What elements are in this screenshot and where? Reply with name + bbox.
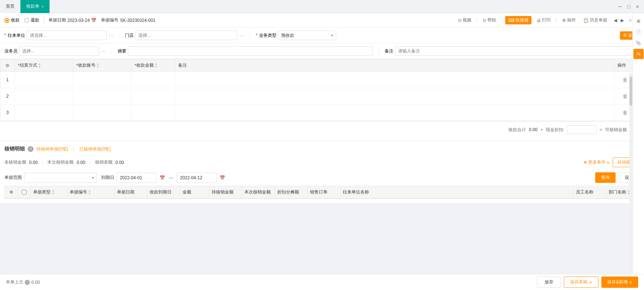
remark-input[interactable] [395, 46, 640, 56]
discount-input[interactable] [568, 125, 597, 134]
range-select[interactable] [24, 173, 97, 183]
verify-verified-tab[interactable]: 已核销单据(0笔) [79, 146, 111, 152]
row-3-delete-icon[interactable]: 🗑 [623, 110, 628, 115]
calc-discount-label: 现金折扣: [546, 127, 564, 133]
tab-close-icon[interactable]: × [42, 4, 44, 9]
row-1-num: 1 [0, 72, 15, 88]
vth-company: 往来单位名称 [341, 186, 574, 198]
company-more-icon[interactable]: ··· [109, 32, 113, 38]
row-3-amount[interactable] [131, 105, 175, 121]
sidebar-doc-icon[interactable]: 📄 [633, 27, 644, 37]
row-2-remark-input[interactable] [177, 91, 613, 101]
date-field: 单据日期 2023-03-24 📅 [48, 17, 97, 23]
range-field: 单据范围 ▼ [4, 173, 97, 183]
vth-gear[interactable]: ⚙ [5, 186, 18, 198]
query-button[interactable]: 查询 [595, 172, 616, 183]
type-select[interactable]: 预收款 [278, 31, 336, 40]
row-3-settlement-input[interactable] [16, 107, 71, 118]
save-new-button[interactable]: 保存&新增 ∧ [601, 277, 638, 288]
company-input[interactable] [27, 31, 107, 40]
print-btn[interactable]: 🖨 打印 [534, 16, 553, 24]
prev-arrow[interactable]: ◀ [612, 17, 619, 24]
staff-input[interactable] [19, 46, 99, 56]
scrollbar-thumb[interactable] [629, 77, 632, 106]
shop-more-icon[interactable]: ··· [239, 32, 244, 38]
save-draft-button[interactable]: 保存草稿 ∧ [564, 277, 598, 288]
row-2-amount-input[interactable] [133, 91, 173, 101]
tab-bar: 首页 收款单 × ─ □ × [0, 0, 644, 13]
table-gear-icon[interactable]: ⚙ [0, 59, 15, 71]
num-field: 单据编号 SK-20230324-001 [101, 17, 155, 23]
row-1-account-input[interactable] [75, 75, 130, 85]
cal-start-icon[interactable]: 📅 [160, 175, 165, 180]
th-settlement-sort[interactable]: ▲▼ [38, 63, 41, 68]
operate-label: 操作 [567, 17, 576, 23]
vth-checkbox[interactable] [22, 190, 27, 195]
row-2-account[interactable] [73, 88, 131, 104]
th-account-sort[interactable]: ▲▼ [97, 63, 99, 68]
row-2-remark[interactable] [175, 88, 614, 104]
row-1-settlement-input[interactable] [16, 75, 71, 85]
bottom-info-help-icon[interactable]: ? [25, 280, 30, 285]
calendar-icon[interactable]: 📅 [91, 18, 97, 23]
row-2-delete-icon[interactable]: 🗑 [623, 93, 628, 99]
vth-num-label: 单据编号 [70, 189, 87, 195]
vth-num-sort[interactable]: ▲▼ [88, 189, 91, 195]
cal-end-icon[interactable]: 📅 [220, 175, 225, 180]
row-3-account-input[interactable] [75, 107, 130, 118]
sidebar-clip-icon[interactable]: 📎 [633, 38, 644, 48]
save-draft-label: 保存草稿 [570, 279, 588, 285]
row-3-remark-input[interactable] [177, 107, 613, 118]
scrollbar-track [629, 73, 632, 274]
vth-employee: 员工名称 [574, 186, 606, 198]
row-1-remark-input[interactable] [177, 75, 613, 85]
radio-receipt[interactable]: 收款 [4, 17, 20, 23]
receipt-table: ⚙ * 结算方式 ▲▼ * 收款账号 ▲▼ * 收款金额 ▲▼ 备注 操作 [0, 59, 644, 121]
verify-info-icon[interactable]: ? [28, 146, 34, 152]
radio-refund[interactable]: 退款 [24, 17, 39, 23]
vth-type-sort[interactable]: ▲▼ [52, 189, 55, 195]
row-1-amount[interactable] [131, 72, 175, 88]
sidebar-table-icon[interactable]: ⊞ [633, 16, 644, 26]
row-1-settlement[interactable] [15, 72, 73, 88]
tab-receipt[interactable]: 收款单 × [20, 0, 50, 13]
sidebar-ai-icon[interactable]: Ai [633, 49, 644, 59]
row-1-delete-icon[interactable]: 🗑 [623, 77, 628, 83]
row-2-account-input[interactable] [75, 91, 130, 101]
th-action-label: 操作 [617, 62, 626, 68]
row-1-amount-input[interactable] [133, 75, 173, 85]
sep-3 [111, 47, 112, 55]
help-btn[interactable]: ⊙ 帮助 [480, 16, 498, 24]
row-2-settlement-input[interactable] [16, 91, 71, 101]
th-amount-sort[interactable]: ▲▼ [155, 63, 158, 68]
row-2-amount[interactable] [131, 88, 175, 104]
list-view-btn[interactable]: ≡ [628, 17, 632, 24]
row-3-account[interactable] [73, 105, 131, 121]
row-3-settlement[interactable] [15, 105, 73, 121]
history-btn[interactable]: 📋 历史单据 [581, 16, 609, 24]
more-conditions-btn[interactable]: ▼ 更多条件 ∧ [583, 159, 610, 165]
duedate-start-input[interactable] [117, 173, 157, 183]
row-1-account[interactable] [73, 72, 131, 88]
verified-tab-label: 已核销单据 [79, 146, 101, 152]
row-3-remark[interactable] [175, 105, 614, 121]
verify-pending-tab[interactable]: 待核销单据(0笔) [36, 146, 68, 152]
shop-input[interactable] [135, 31, 237, 40]
minimize-button[interactable]: ─ [616, 3, 624, 10]
staff-more-icon[interactable]: ··· [101, 48, 106, 54]
summary-input[interactable] [128, 46, 373, 56]
close-button[interactable]: × [634, 3, 641, 10]
duedate-end-input[interactable] [177, 173, 217, 183]
abandon-button[interactable]: 放弃 [537, 277, 561, 288]
print-label: 打印 [542, 17, 551, 23]
row-3-amount-input[interactable] [133, 107, 173, 118]
row-1-remark[interactable] [175, 72, 614, 88]
row-2-settlement[interactable] [15, 88, 73, 104]
operate-btn[interactable]: ⚙ 操作 [560, 16, 578, 24]
tab-home[interactable]: 首页 [0, 0, 20, 13]
maximize-button[interactable]: □ [625, 3, 632, 10]
shortcut-btn[interactable]: ⌨ 快捷键 [505, 16, 531, 24]
video-btn[interactable]: ⊙ 视频 [456, 16, 474, 24]
next-arrow[interactable]: ▶ [619, 17, 625, 24]
range-label: 单据范围 [4, 175, 22, 181]
